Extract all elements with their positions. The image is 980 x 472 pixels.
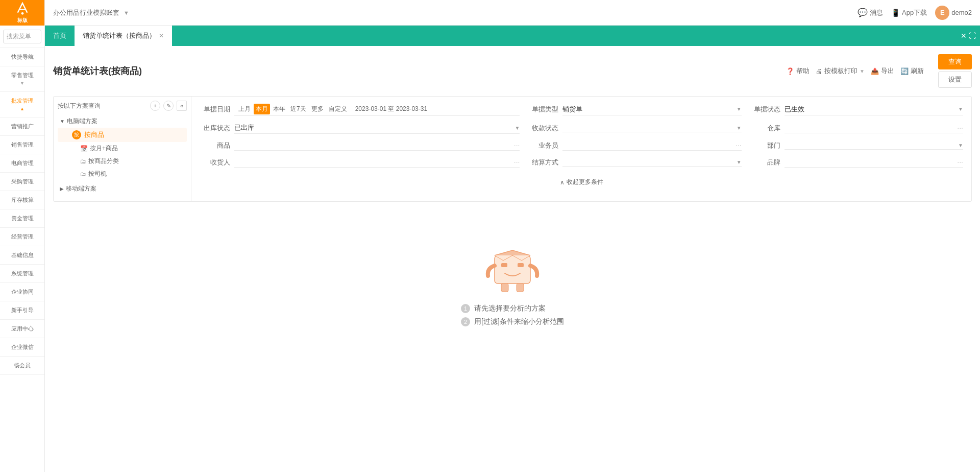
sidebar-item-retail[interactable]: 零售管理 ▼ (0, 66, 44, 92)
settings-button[interactable]: 设置 (938, 72, 972, 88)
download-icon: 📱 (891, 9, 900, 17)
empty-step-1: 1 请先选择要分析的方案 (461, 304, 564, 313)
product-label: 商品 (200, 141, 230, 150)
scheme-by-category[interactable]: 🗂 按商品分类 (58, 155, 187, 168)
topbar-left: 办公用品行业模拟账套 ▼ (53, 8, 129, 17)
sidebar-item-business[interactable]: 经营管理 (0, 228, 44, 246)
message-button[interactable]: 💬 消息 (857, 8, 883, 17)
doc-status-value: 已生效 (785, 105, 804, 114)
filter-row-2: 出库状态 已出库 ▼ 收款状态 (200, 122, 963, 134)
doc-status-dropdown-icon[interactable]: ▼ (958, 106, 963, 112)
product-input-area[interactable]: ··· (234, 140, 520, 151)
date-tab-custom[interactable]: 自定义 (327, 104, 349, 114)
doc-type-dropdown-icon[interactable]: ▼ (737, 106, 742, 112)
tab-home[interactable]: 首页 (45, 26, 75, 46)
tab-controls: ✕ ⛶ (961, 32, 980, 40)
sidebar-item-shortcut[interactable]: 快捷导航 (0, 48, 44, 66)
svg-rect-5 (517, 284, 524, 292)
tab-report[interactable]: 销货单统计表（按商品） ✕ (75, 26, 172, 46)
collapse-up-icon: ∧ (560, 179, 565, 186)
doc-type-value: 销货单 (562, 105, 582, 114)
out-status-input-area[interactable]: 已出库 ▼ (234, 122, 520, 134)
mobile-scheme-header[interactable]: ▶ 移动端方案 (58, 182, 187, 195)
sidebar-item-system[interactable]: 系统管理 (0, 265, 44, 283)
dept-field: 部门 ▼ (750, 141, 963, 150)
pay-status-dropdown-icon[interactable]: ▼ (737, 125, 742, 131)
pay-status-input-area[interactable]: ▼ (562, 124, 741, 132)
salesperson-input-area[interactable]: ··· (562, 140, 741, 151)
scheme-by-month-product[interactable]: 📅 按月+商品 (58, 142, 187, 155)
desktop-scheme-header[interactable]: ▼ 电脑端方案 (58, 115, 187, 128)
sidebar-logo: 标版 (0, 0, 44, 26)
collapse-more-button[interactable]: ∧ 收起更多条件 (560, 178, 603, 186)
settlement-input-area[interactable]: ▼ (562, 158, 741, 167)
sidebar-item-sales[interactable]: 销售管理 (0, 136, 44, 154)
scheme-by-product[interactable]: 按 按商品 (58, 128, 187, 142)
desktop-section-arrow: ▼ (60, 119, 65, 124)
tab-maximize-icon[interactable]: ⛶ (969, 32, 976, 40)
sidebar-item-apps[interactable]: 应用中心 (0, 320, 44, 338)
month-product-icon: 📅 (80, 145, 88, 152)
sidebar-item-purchase[interactable]: 采购管理 (0, 173, 44, 191)
tab-close-all-icon[interactable]: ✕ (961, 32, 967, 40)
industry-dropdown-icon[interactable]: ▼ (124, 10, 129, 16)
sidebar-item-marketing[interactable]: 营销推广 (0, 117, 44, 136)
export-button[interactable]: 📤 导出 (871, 66, 894, 76)
receiver-input-area[interactable]: ··· (234, 157, 520, 168)
print-button[interactable]: 🖨 按模板打印 ▼ (816, 66, 865, 76)
date-tab-this-year[interactable]: 本年 (271, 104, 287, 114)
doc-type-input-area[interactable]: 销货单 ▼ (562, 104, 741, 115)
salesperson-field: 业务员 ··· (528, 140, 741, 151)
user-profile[interactable]: E demo2 (935, 6, 972, 20)
date-tab-7days[interactable]: 近7天 (288, 104, 308, 114)
out-status-field: 出库状态 已出库 ▼ (200, 122, 520, 134)
dept-dropdown-icon[interactable]: ▼ (958, 143, 963, 148)
message-icon: 💬 (857, 8, 868, 17)
warehouse-input-area[interactable]: ··· (785, 123, 963, 133)
sidebar-item-vip[interactable]: 畅会员 (0, 357, 44, 375)
brand-more-icon[interactable]: ··· (957, 158, 963, 166)
sidebar-item-ecom[interactable]: 电商管理 (0, 154, 44, 173)
retail-expand-icon: ▼ (20, 81, 24, 86)
date-tab-this-month[interactable]: 本月 (254, 104, 270, 114)
add-scheme-button[interactable]: + (150, 101, 160, 111)
doc-status-field: 单据状态 已生效 ▼ (750, 104, 963, 115)
sidebar-item-wholesale[interactable]: 批发管理 ▲ (0, 92, 44, 117)
out-status-dropdown-icon[interactable]: ▼ (515, 125, 520, 131)
dept-input-area[interactable]: ▼ (785, 141, 963, 150)
filter-row-1: 单据日期 上月 本月 本年 近7天 更多 自定义 20 (200, 103, 963, 116)
sidebar-item-wechat[interactable]: 企业微信 (0, 338, 44, 357)
sidebar-item-basic[interactable]: 基础信息 (0, 246, 44, 265)
query-button[interactable]: 查询 (938, 54, 972, 69)
category-icon: 🗂 (80, 158, 86, 165)
brand-input-area[interactable]: ··· (785, 157, 963, 168)
receiver-label: 收货人 (200, 158, 230, 167)
collapse-panel-button[interactable]: « (177, 101, 187, 111)
settlement-dropdown-icon[interactable]: ▼ (737, 159, 742, 165)
date-tab-last-month[interactable]: 上月 (236, 104, 253, 114)
scheme-by-cashier[interactable]: 🗂 按司机 (58, 168, 187, 180)
sidebar-item-inventory[interactable]: 库存核算 (0, 191, 44, 209)
product-more-icon[interactable]: ··· (514, 141, 520, 149)
svg-point-0 (21, 12, 23, 15)
help-button[interactable]: ❓ 帮助 (786, 66, 810, 76)
doc-status-input-area[interactable]: 已生效 ▼ (785, 104, 963, 115)
warehouse-more-icon[interactable]: ··· (957, 124, 963, 132)
sidebar-item-finance[interactable]: 资金管理 (0, 209, 44, 228)
desktop-scheme-section: ▼ 电脑端方案 按 按商品 📅 按月+商品 🗂 (58, 115, 187, 180)
sidebar-item-newbie[interactable]: 新手引导 (0, 301, 44, 320)
doc-status-label: 单据状态 (750, 105, 780, 114)
edit-scheme-button[interactable]: ✎ (163, 101, 174, 111)
app-download-button[interactable]: 📱 App下载 (891, 8, 927, 17)
cashier-icon: 🗂 (80, 171, 86, 178)
date-field: 单据日期 上月 本月 本年 近7天 更多 自定义 20 (200, 103, 520, 116)
receiver-more-icon[interactable]: ··· (514, 158, 520, 166)
tab-close-icon[interactable]: ✕ (159, 32, 164, 39)
settlement-field: 结算方式 ▼ (528, 158, 741, 167)
search-menu-button[interactable]: 搜索菜单 (3, 30, 41, 43)
sidebar-item-company[interactable]: 企业协同 (0, 283, 44, 301)
svg-rect-2 (501, 263, 507, 267)
salesperson-more-icon[interactable]: ··· (736, 141, 742, 149)
refresh-button[interactable]: 🔄 刷新 (900, 66, 924, 76)
date-tab-more[interactable]: 更多 (309, 104, 326, 114)
